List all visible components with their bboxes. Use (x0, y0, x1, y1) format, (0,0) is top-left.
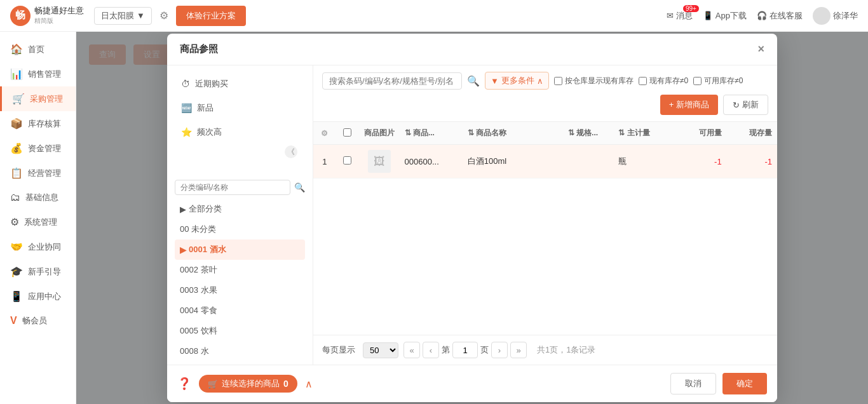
col-checkbox[interactable] (336, 122, 359, 145)
col-spec-header[interactable]: ⇅ 规格... (563, 122, 614, 145)
messages-btn[interactable]: ✉ 99+ 消息 (667, 10, 693, 22)
check-avail-neq[interactable] (693, 77, 702, 85)
sidebar-item-system[interactable]: ⚙ 系统管理 (0, 210, 76, 234)
confirm-btn[interactable]: 确定 (722, 373, 767, 394)
tab-frequent[interactable]: ⭐ 频次高 (175, 121, 305, 143)
sidebar-item-sales[interactable]: 📊 销售管理 (0, 62, 76, 86)
category-search-icon[interactable]: 🔍 (294, 182, 305, 192)
product-search-input[interactable] (322, 72, 462, 90)
next-page-btn[interactable]: › (491, 342, 508, 358)
cat-uncategorized[interactable]: 00 未分类 (175, 219, 305, 239)
avatar (813, 7, 831, 25)
sidebar-item-appcenter[interactable]: 📱 应用中心 (0, 284, 76, 309)
sidebar-item-management[interactable]: 📋 经营管理 (0, 161, 76, 185)
check-stock-neq[interactable] (639, 77, 647, 85)
footer-right: 取消 确定 (670, 373, 767, 394)
cat-beverages[interactable]: 0005 饮料 (175, 321, 305, 341)
nav-selector-label: 日太阳膜 (101, 10, 134, 22)
row-spec (563, 145, 614, 178)
sidebar-management-label: 经营管理 (28, 168, 61, 179)
app-download-btn[interactable]: 📱 App下载 (703, 10, 747, 22)
cat-snacks[interactable]: 0004 零食 (175, 300, 305, 321)
page-word: 第 (442, 344, 450, 356)
finance-icon: 💰 (10, 142, 23, 154)
check-stock-neq-option[interactable]: 现有库存≠0 (639, 76, 688, 86)
cat-water[interactable]: 0008 水 (175, 341, 305, 361)
add-product-btn[interactable]: + 新增商品 (660, 95, 718, 115)
cat-fruit[interactable]: 0003 水果 (175, 280, 305, 300)
product-table-wrap: ⚙ 商品图片 (313, 122, 777, 335)
cat-uncategorized-label: 00 未分类 (180, 224, 216, 234)
logo-sub: 精简版 (34, 17, 84, 25)
experience-btn[interactable]: 体验行业方案 (176, 6, 246, 26)
quick-tabs: ⏱ 近期购买 🆕 新品 ⭐ 频次高 (167, 73, 313, 143)
col-unit-header[interactable]: ⇅ 主计量 (613, 122, 664, 145)
select-all-checkbox[interactable] (343, 128, 351, 137)
collapse-panel-btn[interactable]: 《 (285, 145, 297, 158)
first-page-btn[interactable]: « (403, 342, 420, 358)
tab-recent-purchase[interactable]: ⏱ 近期购买 (175, 73, 305, 95)
last-page-btn[interactable]: » (510, 342, 527, 358)
help-icon[interactable]: ❓ (177, 377, 191, 391)
content-area: 查询 设置 刷新 商品参照 × ⏱ (76, 32, 868, 404)
sidebar-item-inventory[interactable]: 📦 库存核算 (0, 111, 76, 136)
dialog-close-btn[interactable]: × (757, 43, 764, 56)
user-area[interactable]: 徐泽华 (813, 7, 858, 25)
cat-liquor-arrow: ▶ (180, 245, 186, 255)
page-size-select[interactable]: 10 20 50 100 (363, 342, 398, 358)
sidebar-vip-label: 畅会员 (22, 315, 47, 327)
sidebar-item-collab[interactable]: 🤝 企业协同 (0, 234, 76, 259)
sidebar-item-finance[interactable]: 💰 资金管理 (0, 136, 76, 161)
online-service-btn[interactable]: 🎧 在线客服 (757, 10, 803, 22)
tab-frequent-label: 频次高 (197, 126, 222, 138)
row-name: 白酒100ml (463, 145, 563, 178)
col-code-header[interactable]: ⇅ 商品... (400, 122, 463, 145)
cat-liquor[interactable]: ▶ 0001 酒水 (175, 239, 305, 260)
sidebar-item-guide[interactable]: 🎓 新手引导 (0, 259, 76, 284)
dropdown-icon: ▼ (137, 11, 145, 20)
check-stock-neq-label: 现有库存≠0 (649, 76, 688, 86)
col-avail-header: 可用量 (664, 122, 727, 145)
cart-btn[interactable]: 🛒 连续选择的商品 0 (199, 375, 297, 393)
page-suffix: 页 (480, 344, 489, 356)
col-settings-icon[interactable]: ⚙ (321, 129, 328, 138)
message-icon: ✉ (667, 11, 674, 20)
cat-snacks-label: 0004 零食 (180, 306, 217, 315)
cat-all[interactable]: ▶ 全部分类 (175, 199, 305, 219)
row-img: 🖼 (359, 145, 400, 178)
check-warehouse-option[interactable]: 按仓库显示现有库存 (554, 76, 634, 86)
system-icon: ⚙ (10, 216, 19, 228)
footer-collapse-icon[interactable]: ∧ (305, 378, 313, 390)
appcenter-icon: 📱 (10, 290, 23, 302)
row-checkbox-cell[interactable] (336, 145, 359, 178)
dialog-title: 商品参照 (180, 43, 218, 55)
toolbar: 🔍 ▼ 更多条件 ∧ 按仓库显示现有库存 (313, 65, 777, 122)
col-name-header[interactable]: ⇅ 商品名称 (463, 122, 563, 145)
row-checkbox[interactable] (343, 156, 351, 165)
more-filter-btn[interactable]: ▼ 更多条件 ∧ (485, 72, 549, 90)
tab-new-products[interactable]: 🆕 新品 (175, 97, 305, 119)
nav-selector[interactable]: 日太阳膜 ▼ (94, 7, 152, 25)
check-avail-neq-label: 可用库存≠0 (704, 76, 743, 86)
product-search-icon[interactable]: 🔍 (467, 75, 480, 87)
check-warehouse[interactable] (554, 77, 562, 85)
col-settings[interactable]: ⚙ (313, 122, 336, 145)
cancel-btn[interactable]: 取消 (670, 373, 716, 394)
page-number-input[interactable] (452, 342, 478, 358)
category-search-input[interactable] (175, 180, 290, 195)
sidebar-item-vip[interactable]: V 畅会员 (0, 309, 76, 333)
prev-page-btn[interactable]: ‹ (423, 342, 439, 358)
logo-icon: 畅 (10, 6, 31, 26)
sidebar-item-purchase[interactable]: 🛒 采购管理 (0, 86, 76, 111)
table-row[interactable]: 1 🖼 000600... 白酒100ml (313, 145, 777, 178)
cat-tea[interactable]: 0002 茶叶 (175, 260, 305, 280)
settings-icon[interactable]: ⚙ (159, 10, 168, 22)
footer-left: ❓ 🛒 连续选择的商品 0 ∧ (177, 375, 313, 393)
dialog-overlay: 商品参照 × ⏱ 近期购买 🆕 新 (76, 32, 868, 404)
check-avail-neq-option[interactable]: 可用库存≠0 (693, 76, 743, 86)
cat-all-label: 全部分类 (189, 203, 222, 215)
sidebar-item-home[interactable]: 🏠 首页 (0, 37, 76, 62)
sidebar-item-basic[interactable]: 🗂 基础信息 (0, 185, 76, 210)
sidebar-collab-label: 企业协同 (28, 241, 61, 253)
refresh-btn[interactable]: ↻ 刷新 (723, 95, 768, 115)
